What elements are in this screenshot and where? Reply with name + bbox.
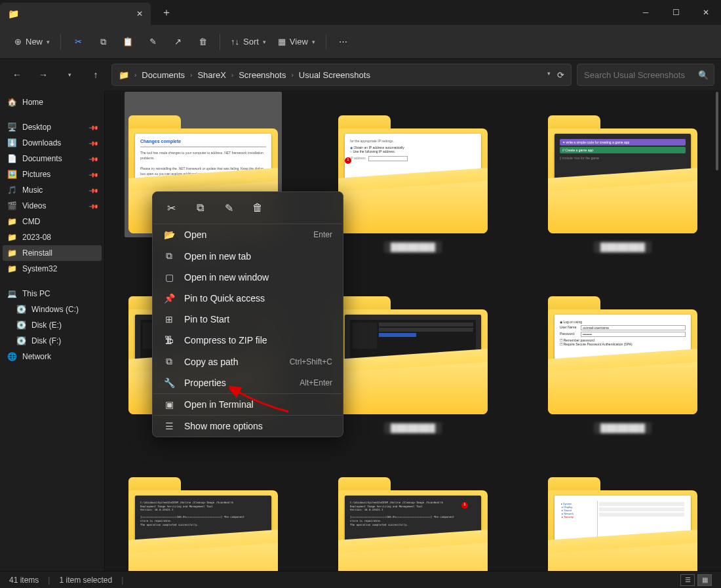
ctx-open-in-new-tab[interactable]: ⧉Open in new tab — [153, 245, 343, 267]
ctx-pin-to-quick-access[interactable]: 📌Pin to Quick access — [153, 288, 343, 309]
ctx-open-in-new-window[interactable]: ▢Open in new window — [153, 267, 343, 288]
ctx-item-label: Properties — [184, 378, 290, 388]
forward-button[interactable]: → — [33, 64, 54, 85]
new-tab-button[interactable]: ＋ — [151, 6, 182, 20]
status-bar: 41 items | 1 item selected | ☰ ▦ — [0, 571, 721, 588]
sidebar-this-pc[interactable]: 💻 This PC — [3, 286, 102, 302]
paste-button[interactable]: 📋 — [116, 30, 140, 54]
sidebar-item-music[interactable]: 🎵Music📌 — [3, 182, 102, 198]
thumbnails-view-button[interactable]: ▦ — [697, 574, 712, 586]
maximize-button[interactable]: ☐ — [661, 0, 691, 25]
search-box[interactable]: 🔍 — [577, 64, 714, 86]
cut-icon: ✂ — [75, 37, 82, 47]
folder-item[interactable]: ✦ write a simple code for creating a gam… — [537, 92, 708, 253]
ctx-properties[interactable]: 🔧PropertiesAlt+Enter — [153, 372, 343, 393]
share-button[interactable]: ↗ — [166, 30, 189, 54]
ctx-open-terminal[interactable]: ▣ Open in Terminal — [153, 394, 343, 415]
item-label: ████████ — [594, 422, 652, 434]
folder-item[interactable]: C:\Windows\System32>DISM /Online /Cleanu… — [118, 454, 288, 571]
shortcut-label: Alt+Enter — [300, 378, 332, 387]
sidebar-item-reinstall[interactable]: 📁Reinstall — [3, 245, 102, 261]
sort-icon: ↑↓ — [231, 37, 239, 47]
folder-item[interactable]: ◉ Log on usingUser Name:outmail-username… — [537, 273, 708, 434]
window-tab[interactable]: 📁 ✕ — [0, 3, 151, 25]
folder-icon: 📁 — [7, 248, 17, 258]
back-button[interactable]: ← — [7, 64, 28, 85]
sidebar-item-cmd[interactable]: 📁CMD — [3, 214, 102, 229]
breadcrumb-usual[interactable]: Usual Screenshots — [299, 70, 370, 80]
view-label: View — [290, 37, 308, 47]
cut-button[interactable]: ✂ — [66, 30, 90, 54]
tab-close-icon[interactable]: ✕ — [136, 9, 143, 18]
ctx-show-more[interactable]: ☰ Show more options — [153, 416, 343, 437]
shortcut-label: Ctrl+Shift+C — [290, 357, 332, 366]
sidebar-item-videos[interactable]: 🎬Videos📌 — [3, 198, 102, 214]
ctx-cut-icon[interactable]: ✂ — [165, 201, 178, 214]
separator: | — [48, 576, 50, 585]
separator — [60, 34, 61, 50]
close-window-button[interactable]: ✕ — [691, 0, 721, 25]
breadcrumb-documents[interactable]: Documents — [142, 70, 185, 80]
sidebar-item-pictures[interactable]: 🖼️Pictures📌 — [3, 167, 102, 182]
breadcrumb-screenshots[interactable]: Screenshots — [239, 70, 286, 80]
sidebar-item-2023-08[interactable]: 📁2023-08 — [3, 229, 102, 245]
details-view-button[interactable]: ☰ — [680, 574, 695, 586]
sidebar-network[interactable]: 🌐 Network — [3, 349, 102, 364]
copy-button[interactable]: ⧉ — [91, 30, 115, 54]
sidebar-item-downloads[interactable]: ⬇️Downloads📌 — [3, 135, 102, 151]
chevron-right-icon: › — [231, 71, 233, 79]
more-button[interactable]: ⋯ — [332, 30, 355, 54]
folder-item[interactable]: for the appropriate IP settings.◉ Obtain… — [328, 92, 498, 253]
ctx-compress-to-zip-file[interactable]: 🗜Compress to ZIP file — [153, 330, 343, 351]
network-label: Network — [22, 352, 51, 361]
dropdown-icon[interactable]: ▾ — [547, 70, 551, 80]
new-label: New — [26, 37, 43, 47]
sidebar-item-label: Music — [22, 186, 43, 195]
sidebar-item-label: Downloads — [22, 138, 61, 147]
folder-item[interactable]: ████████ — [328, 273, 498, 434]
new-button[interactable]: ⊕ New ▾ — [9, 30, 55, 54]
ctx-open[interactable]: 📂OpenEnter — [153, 224, 343, 245]
ctx-copy-as-path[interactable]: ⧉Copy as pathCtrl+Shift+C — [153, 351, 343, 372]
sidebar-home[interactable]: 🏠 Home — [3, 94, 102, 110]
trash-icon: 🗑 — [199, 37, 207, 47]
search-input[interactable] — [584, 70, 694, 80]
sidebar-item-label: CMD — [22, 217, 40, 226]
copypath-icon: ⧉ — [163, 356, 175, 367]
chevron-right-icon: › — [190, 71, 192, 79]
rename-button[interactable]: ✎ — [141, 30, 165, 54]
folder-icon: 📁 — [8, 9, 19, 19]
delete-button[interactable]: 🗑 — [191, 30, 214, 54]
folder-item[interactable]: ▸ System ▸ Display ▸ Sound ▸ Network ▸ S… — [537, 454, 708, 571]
ctx-delete-icon[interactable]: 🗑 — [251, 201, 264, 214]
minimize-button[interactable]: ─ — [631, 0, 661, 25]
downloads-icon: ⬇️ — [7, 138, 17, 147]
folder-item[interactable]: C:\Windows\System32>DISM /Online /Cleanu… — [328, 454, 498, 571]
sidebar-drive[interactable]: 💽Disk (F:) — [3, 333, 102, 349]
sort-button[interactable]: ↑↓ Sort ▾ — [225, 30, 271, 54]
refresh-button[interactable]: ⟳ — [557, 70, 564, 80]
recent-button[interactable]: ▾ — [59, 64, 80, 85]
ctx-pin-to-start[interactable]: ⊞Pin to Start — [153, 309, 343, 330]
folder-thumbnail: C:\Windows\System32>DISM /Online /Cleanu… — [128, 458, 278, 571]
pictures-icon: 🖼️ — [7, 170, 17, 179]
search-icon[interactable]: 🔍 — [698, 70, 709, 80]
videos-icon: 🎬 — [7, 201, 17, 210]
scrollbar[interactable] — [714, 92, 720, 354]
address-bar[interactable]: 📁 › Documents › ShareX › Screenshots › U… — [111, 64, 572, 86]
up-button[interactable]: ↑ — [85, 64, 106, 85]
ctx-copy-icon[interactable]: ⧉ — [193, 201, 206, 214]
address-row: ← → ▾ ↑ 📁 › Documents › ShareX › Screens… — [0, 59, 721, 90]
sidebar-drive[interactable]: 💽Disk (E:) — [3, 317, 102, 333]
sidebar-drive[interactable]: 💽Windows (C:) — [3, 302, 102, 317]
item-label: ████████ — [384, 241, 442, 253]
sidebar-item-desktop[interactable]: 🖥️Desktop📌 — [3, 119, 102, 135]
sidebar-item-documents[interactable]: 📄Documents📌 — [3, 151, 102, 167]
view-button[interactable]: ▦ View ▾ — [273, 30, 321, 54]
sidebar-item-system32[interactable]: 📁System32 — [3, 261, 102, 277]
breadcrumb-sharex[interactable]: ShareX — [197, 70, 225, 80]
ctx-rename-icon[interactable]: ✎ — [222, 201, 235, 214]
separator — [326, 34, 326, 50]
ctx-item-label: Pin to Quick access — [184, 293, 332, 304]
more-icon: ☰ — [163, 421, 175, 431]
